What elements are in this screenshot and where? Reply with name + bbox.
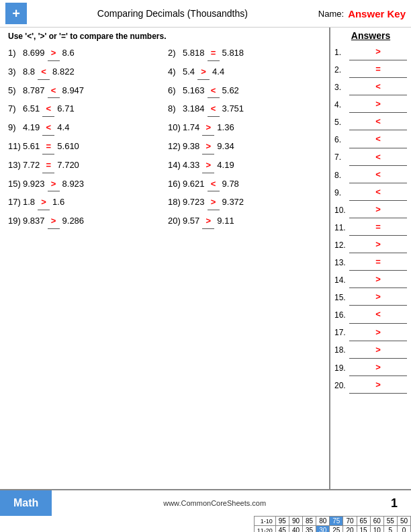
answer-item: 20. > <box>334 377 407 394</box>
answer-item: 1. > <box>334 44 407 61</box>
answer-number: 5. <box>334 116 349 129</box>
score-30: 30 <box>316 526 330 533</box>
problem-item: 16) 9.621 < 9.78 <box>168 176 321 193</box>
problem-item: 20) 9.57 > 9.11 <box>168 213 321 230</box>
answer-number: 15. <box>334 291 349 304</box>
score-90: 90 <box>289 517 302 526</box>
answer-number: 7. <box>334 150 349 164</box>
problem-number: 3) <box>8 65 23 79</box>
score-row-2: 11-20 45 40 35 30 25 20 15 10 5 0 <box>254 526 410 533</box>
number-left: 9.837 <box>23 214 45 228</box>
comparison-operator: < <box>42 102 54 117</box>
answer-item: 4. > <box>334 96 407 114</box>
problem-item: 18) 9.723 > 9.372 <box>168 194 321 212</box>
comparison-operator: < <box>48 84 60 99</box>
comparison-operator: < <box>208 102 220 117</box>
comparison-operator: < <box>42 121 54 136</box>
problem-number: 10) <box>168 121 183 135</box>
comparison-operator: = <box>208 46 220 61</box>
answer-value: > <box>349 290 407 306</box>
problem-item: 8) 3.184 < 3.751 <box>168 101 321 118</box>
name-label: Name: <box>318 9 344 19</box>
answer-item: 2. = <box>334 61 407 79</box>
problem-item: 10) 1.74 > 1.36 <box>168 120 321 137</box>
score-45: 45 <box>275 526 289 533</box>
number-right: 8.6 <box>62 46 75 60</box>
answer-number: 14. <box>334 273 349 287</box>
problem-number: 9) <box>8 121 23 135</box>
number-right: 9.11 <box>217 214 234 228</box>
problem-number: 16) <box>168 177 183 191</box>
answer-item: 6. < <box>334 131 407 148</box>
problem-item: 19) 9.837 > 9.286 <box>8 213 161 230</box>
number-right: 9.78 <box>222 177 239 191</box>
answer-number: 10. <box>334 204 349 217</box>
worksheet-area: Use '<', '>' or '=' to compare the numbe… <box>0 28 330 490</box>
page-title: Comparing Decimals (Thousandths) <box>27 8 318 19</box>
answer-number: 3. <box>334 81 349 94</box>
problem-number: 8) <box>168 102 183 116</box>
problem-number: 5) <box>8 84 23 98</box>
problem-number: 18) <box>168 195 183 210</box>
problem-item: 14) 4.33 > 4.19 <box>168 157 321 175</box>
problem-item: 9) 4.19 < 4.4 <box>8 120 161 137</box>
score-table: 1-10 95 90 85 80 75 70 65 60 55 50 11-20… <box>254 516 411 532</box>
problem-number: 17) <box>8 195 23 210</box>
answer-number: 19. <box>334 361 349 375</box>
number-right: 4.4 <box>212 65 224 79</box>
main-content: Use '<', '>' or '=' to compare the numbe… <box>0 28 411 490</box>
number-left: 3.184 <box>183 102 205 116</box>
answer-number: 11. <box>334 221 349 234</box>
answer-number: 16. <box>334 308 349 322</box>
answer-item: 19. > <box>334 359 407 377</box>
comparison-operator: < <box>38 65 50 80</box>
number-right: 1.6 <box>52 195 64 210</box>
problem-number: 6) <box>168 84 183 98</box>
answer-number: 20. <box>334 379 349 392</box>
answer-item: 9. < <box>334 184 407 202</box>
answer-value: < <box>349 79 407 95</box>
score-row-1: 1-10 95 90 85 80 75 70 65 60 55 50 <box>254 517 410 526</box>
comparison-operator: > <box>202 159 214 173</box>
score-55: 55 <box>383 517 397 526</box>
score-15: 15 <box>357 526 370 533</box>
answer-item: 16. < <box>334 306 407 324</box>
problem-number: 4) <box>168 65 183 79</box>
number-right: 8.822 <box>52 65 75 79</box>
number-left: 1.74 <box>183 121 199 135</box>
number-left: 5.4 <box>183 65 195 79</box>
comparison-operator: < <box>208 177 220 192</box>
instructions: Use '<', '>' or '=' to compare the numbe… <box>8 32 321 41</box>
problem-number: 15) <box>8 177 23 191</box>
number-right: 3.751 <box>222 102 244 116</box>
score-75: 75 <box>330 517 343 526</box>
comparison-operator: > <box>202 214 214 229</box>
answer-value: < <box>349 307 407 323</box>
answer-value: > <box>349 360 407 376</box>
number-right: 8.923 <box>62 177 85 191</box>
answer-number: 18. <box>334 343 349 357</box>
answer-item: 15. > <box>334 289 407 306</box>
answer-item: 10. > <box>334 202 407 219</box>
answer-value: > <box>349 343 407 359</box>
number-left: 9.38 <box>183 140 199 154</box>
answers-list: 1. > 2. = 3. < 4. > 5. < 6. < 7. < 8. < … <box>334 44 407 394</box>
problem-item: 17) 1.8 > 1.6 <box>8 194 161 212</box>
answers-panel: Answers 1. > 2. = 3. < 4. > 5. < 6. < 7.… <box>330 28 411 490</box>
score-85: 85 <box>303 517 316 526</box>
problem-item: 3) 8.8 < 8.822 <box>8 64 161 81</box>
number-right: 5.610 <box>57 140 79 154</box>
number-left: 9.723 <box>183 195 205 210</box>
number-left: 8.787 <box>23 84 45 98</box>
problem-number: 13) <box>8 159 23 173</box>
answer-item: 14. > <box>334 271 407 289</box>
number-left: 7.72 <box>23 159 40 173</box>
answer-value: < <box>349 167 407 183</box>
comparison-operator: = <box>42 159 54 173</box>
footer-main: Math www.CommonCoreSheets.com 1 <box>0 489 411 516</box>
answer-number: 6. <box>334 133 349 146</box>
answer-number: 8. <box>334 169 349 182</box>
problem-number: 11) <box>8 140 23 154</box>
score-table-wrapper: 1-10 95 90 85 80 75 70 65 60 55 50 11-20… <box>0 516 411 532</box>
number-right: 4.19 <box>217 159 234 173</box>
